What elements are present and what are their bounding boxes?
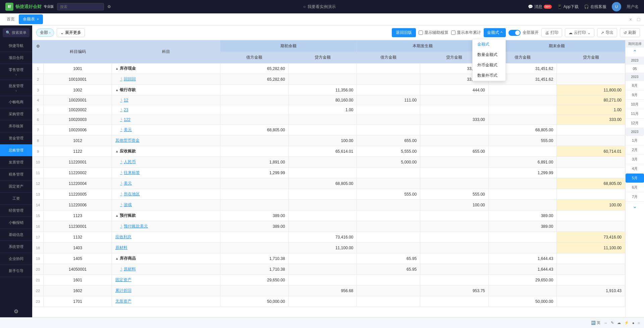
row-name[interactable]: └122 bbox=[112, 115, 220, 125]
export-btn[interactable]: ↗ 导出 bbox=[597, 28, 617, 37]
row-name[interactable]: ▲ 库存现金 bbox=[112, 63, 220, 74]
settings-header[interactable]: ⚙ bbox=[33, 41, 44, 52]
table-row[interactable]: 4 10020001 └12 80,160.00 111.00 80,271.0… bbox=[33, 95, 625, 105]
table-row[interactable]: 19 1405 ▲ 库存商品 1,710.38 65.95 1,644.43 bbox=[33, 253, 625, 264]
demo-link[interactable]: ○ 我要看实例演示 bbox=[303, 4, 336, 10]
date-month-6[interactable]: 6月 bbox=[626, 183, 644, 192]
date-month-11[interactable]: 11月 bbox=[626, 109, 644, 119]
table-row[interactable]: 22 1602 累计折旧 956.68 953.75 1,910.43 bbox=[33, 285, 625, 296]
row-name[interactable]: └往来标签 bbox=[112, 168, 220, 178]
table-row[interactable]: 7 10020006 └美元 68,805.00 68,805.00 bbox=[33, 125, 625, 135]
table-row[interactable]: 21 1601 固定资产 29,650.00 29,650.00 bbox=[33, 275, 625, 285]
table-row[interactable]: 18 1403 原材料 11,100.00 11,100.00 bbox=[33, 243, 625, 253]
return-old-btn[interactable]: 退回旧版 bbox=[392, 28, 416, 37]
sidebar-item-retail[interactable]: 零售管理 › bbox=[0, 64, 32, 80]
row-name[interactable]: 其他货币资金 bbox=[112, 135, 220, 146]
tab-balance-sheet[interactable]: 余额表 × bbox=[19, 14, 43, 24]
table-row[interactable]: 8 1012 其他货币资金 100.00 655.00 555.00 bbox=[33, 135, 625, 146]
sidebar-item-sales[interactable]: 小畅报销 bbox=[0, 217, 32, 229]
table-row[interactable]: 10 11220001 └人民币 1,891.00 5,000.00 6,891… bbox=[33, 157, 625, 168]
sidebar-item-capital[interactable]: 资金管理 bbox=[0, 132, 32, 144]
format-option-foreign[interactable]: 外币金额式 bbox=[473, 60, 505, 70]
sidebar-item-salary[interactable]: 工资 bbox=[0, 193, 32, 205]
row-name[interactable]: └美元 bbox=[112, 125, 220, 135]
refresh-btn[interactable]: ↺ 刷新 bbox=[620, 28, 640, 37]
sidebar-item-operations[interactable]: 经营管理 bbox=[0, 205, 32, 217]
row-name[interactable]: └回回回 bbox=[112, 74, 220, 85]
table-row[interactable]: 1 1001 ▲ 库存现金 65,282.60 33,830.98 31,451… bbox=[33, 63, 625, 74]
sidebar-item-cooperation[interactable]: 企业协同 bbox=[0, 253, 32, 265]
date-month-10[interactable]: 10月 bbox=[626, 100, 644, 109]
print-btn[interactable]: 🖨 打印 bbox=[541, 28, 562, 37]
row-name[interactable]: ▲ 银行存款 bbox=[112, 85, 220, 95]
table-settings-icon[interactable]: ⚙ bbox=[36, 44, 40, 49]
date-nav-up[interactable]: ⌃ bbox=[626, 48, 644, 57]
row-name[interactable]: 固定资产 bbox=[112, 275, 220, 285]
row-name[interactable]: 累计折旧 bbox=[112, 285, 220, 296]
format-dropdown-btn[interactable]: 金额式 ^ bbox=[484, 28, 506, 37]
table-row[interactable]: 11 11220002 └往来标签 1,299.99 1,299.99 bbox=[33, 168, 625, 178]
auxiliary-checkbox-input[interactable] bbox=[419, 30, 423, 35]
row-name[interactable]: ▲ 应收账款 bbox=[112, 146, 220, 157]
table-row[interactable]: 13 11220005 └所在地区 555.00 555.00 bbox=[33, 189, 625, 200]
format-option-amount[interactable]: 金额式 bbox=[473, 39, 505, 50]
ytd-checkbox-input[interactable] bbox=[451, 30, 455, 35]
minimize-btn[interactable]: × bbox=[628, 17, 633, 22]
date-year-2023-first[interactable]: 2023 bbox=[626, 57, 644, 65]
date-month-2[interactable]: 2月 bbox=[626, 145, 644, 155]
maximize-btn[interactable]: □ bbox=[636, 17, 641, 22]
table-row[interactable]: 23 1701 无形资产 50,000.00 50,000.00 bbox=[33, 296, 625, 307]
row-name[interactable]: └人民币 bbox=[112, 157, 220, 168]
date-year-2023-second[interactable]: 2023 bbox=[626, 73, 644, 81]
status-dot2[interactable]: ○ bbox=[638, 321, 640, 325]
status-cloud[interactable]: ☁ bbox=[617, 321, 621, 325]
date-month-05-first[interactable]: 05 bbox=[626, 65, 644, 73]
table-row[interactable]: 2 10010001 └回回回 65,282.60 33,830.98 31,4… bbox=[33, 74, 625, 85]
sidebar-item-tax[interactable]: 税务管理 bbox=[0, 169, 32, 181]
row-name[interactable]: └美元 bbox=[112, 178, 220, 189]
sidebar-item-assets[interactable]: 固定资产 bbox=[0, 181, 32, 193]
format-option-qty-foreign[interactable]: 数量外币式 bbox=[473, 70, 505, 81]
tab-close-btn[interactable]: × bbox=[37, 17, 39, 21]
sidebar-settings-icon[interactable]: ⚙ bbox=[14, 309, 18, 314]
status-dot1[interactable]: ● bbox=[632, 321, 635, 325]
tab-home[interactable]: 首页 bbox=[3, 14, 19, 25]
toggle-switch-input[interactable] bbox=[508, 30, 521, 36]
sidebar-search-btn[interactable]: 🔍 搜索菜单 bbox=[3, 28, 30, 37]
date-month-8[interactable]: 8月 bbox=[626, 81, 644, 90]
date-month-4[interactable]: 4月 bbox=[626, 164, 644, 174]
status-lang[interactable]: 🔤 英 bbox=[591, 320, 600, 325]
online-service-btn[interactable]: 🎧 在线客服 bbox=[584, 4, 606, 10]
date-month-7[interactable]: 7月 bbox=[626, 192, 644, 202]
cloud-print-btn[interactable]: ☁ 云打印 ⌄ bbox=[565, 28, 594, 37]
row-name[interactable]: ▲ 库存商品 bbox=[112, 253, 220, 264]
status-edit[interactable]: ✎ bbox=[611, 321, 614, 325]
date-month-5-active[interactable]: 5月 bbox=[626, 174, 644, 183]
table-row[interactable]: 3 1002 ▲ 银行存款 11,356.00 444.00 11,800.00 bbox=[33, 85, 625, 95]
table-row[interactable]: 17 1132 应收利息 73,416.00 73,416.00 bbox=[33, 232, 625, 243]
show-ytd-checkbox[interactable]: 显示本年累计 bbox=[451, 30, 481, 36]
sidebar-item-guide[interactable]: 新手引导 bbox=[0, 265, 32, 277]
row-name[interactable]: 应收利息 bbox=[112, 232, 220, 243]
expand-more-btn[interactable]: ⌄ 展开更多 bbox=[57, 28, 85, 37]
date-month-3[interactable]: 3月 bbox=[626, 155, 644, 164]
date-month-12[interactable]: 12月 bbox=[626, 119, 644, 128]
sidebar-item-inventory[interactable]: 库存核算 bbox=[0, 120, 32, 132]
table-row[interactable]: 16 11230001 └预付账款美元 389.00 389.00 bbox=[33, 221, 625, 232]
sidebar-item-quick-nav[interactable]: 快捷导航 bbox=[0, 40, 32, 52]
table-row[interactable]: 15 1123 ▲ 预付账款 389.00 389.00 bbox=[33, 210, 625, 221]
status-bolt[interactable]: ⚡ bbox=[624, 321, 629, 325]
row-name[interactable]: 原材料 bbox=[112, 243, 220, 253]
row-name[interactable]: └预付账款美元 bbox=[112, 221, 220, 232]
row-name[interactable]: 无形资产 bbox=[112, 296, 220, 307]
table-row[interactable]: 20 14050001 └原材料 1,710.38 65.95 1,644.43 bbox=[33, 264, 625, 275]
format-option-qty-amount[interactable]: 数量金额式 bbox=[473, 50, 505, 60]
date-year-2023-label[interactable]: 2023 bbox=[626, 128, 644, 136]
row-name[interactable]: └所在地区 bbox=[112, 189, 220, 200]
row-name[interactable]: ▲ 预付账款 bbox=[112, 210, 220, 221]
show-auxiliary-checkbox[interactable]: 显示辅助核算 bbox=[419, 30, 448, 36]
filter-all-tag[interactable]: 全部 › bbox=[36, 28, 54, 37]
sidebar-item-ecommerce[interactable]: 小畅电商 bbox=[0, 96, 32, 108]
app-download-btn[interactable]: 📱 App下载 bbox=[557, 4, 579, 10]
user-avatar[interactable]: U bbox=[612, 2, 621, 11]
